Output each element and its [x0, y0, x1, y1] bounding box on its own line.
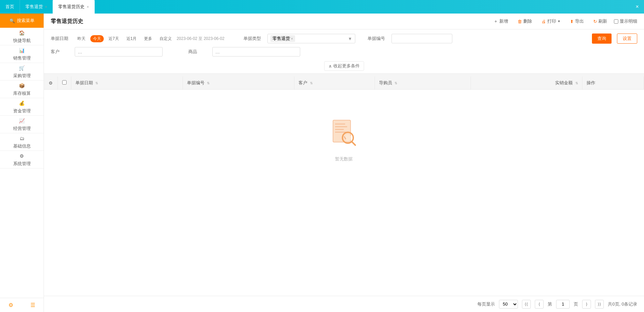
sidebar-search[interactable]: 🔍 搜索菜单 — [0, 14, 44, 28]
main-layout: 🔍 搜索菜单 🏠 快捷导航 📊 销售管理 🛒 采购管理 📦 库存核算 💰 — [0, 14, 644, 312]
data-table: ⚙ 单据日期 ⇅ 单据编号 ⇅ 客户 ⇅ — [44, 76, 644, 189]
last-page-button[interactable]: ⟩⟩ — [595, 300, 604, 309]
tab-retail-return-history[interactable]: 零售退货历史 × — [53, 0, 94, 14]
th-amount[interactable]: 实销金额 ⇅ — [471, 76, 582, 90]
sidebar-item-basic-info[interactable]: 🗂 基础信息 — [0, 133, 44, 151]
tab-retail-return-history-close[interactable]: × — [87, 5, 89, 9]
per-page-label: 每页显示 — [477, 301, 495, 307]
sidebar-item-system[interactable]: ⚙ 系统管理 — [0, 151, 44, 169]
date-range-display: 2023-06-02 至 2023-06-02 — [176, 36, 224, 42]
type-filter-input[interactable]: 零售退货 × ▼ — [267, 34, 355, 43]
number-filter-label: 单据编号 — [367, 36, 386, 42]
collapse-label: 收起更多条件 — [333, 63, 360, 69]
sidebar-item-operations[interactable]: 📈 经营管理 — [0, 116, 44, 133]
page-title: 零售退货历史 — [51, 18, 83, 25]
date-btn-1month[interactable]: 近1月 — [124, 35, 140, 42]
tab-home[interactable]: 首页 — [0, 0, 20, 14]
type-tag-value: 零售退货 — [272, 36, 290, 42]
new-button[interactable]: ＋ 新增 — [491, 17, 511, 26]
window-close-button[interactable]: × — [630, 0, 644, 14]
svg-rect-1 — [335, 124, 345, 125]
customer-filter-input[interactable] — [75, 47, 163, 57]
svg-rect-3 — [335, 129, 344, 130]
next-page-button[interactable]: ⟩ — [582, 300, 591, 309]
export-button[interactable]: ⬆ 导出 — [567, 17, 587, 26]
show-detail-checkbox-label[interactable]: 显示明细 — [614, 18, 637, 24]
sidebar-item-finance[interactable]: 💰 资金管理 — [0, 98, 44, 116]
number-filter-input[interactable] — [391, 34, 452, 43]
delete-button[interactable]: 🗑 删除 — [515, 17, 535, 26]
customer-sort-icon: ⇅ — [310, 81, 313, 85]
date-sort-icon: ⇅ — [95, 81, 98, 85]
basic-info-icon: 🗂 — [18, 135, 26, 142]
first-page-button[interactable]: ⟨⟨ — [522, 300, 531, 309]
page-label: 页 — [574, 301, 578, 307]
filter-row-2: 客户 商品 — [51, 47, 637, 57]
date-btn-yesterday[interactable]: 昨天 — [75, 35, 88, 42]
refresh-icon: ↻ — [593, 19, 597, 24]
number-sort-icon: ⇅ — [207, 81, 210, 85]
sidebar-item-quick-nav-label: 快捷导航 — [13, 38, 31, 44]
query-button[interactable]: 查询 — [592, 34, 612, 44]
collapse-up-icon: ∧ — [329, 64, 332, 69]
sidebar-item-sales[interactable]: 📊 销售管理 — [0, 45, 44, 63]
system-icon: ⚙ — [18, 152, 26, 160]
th-checkbox — [57, 76, 71, 90]
amount-sort-icon: ⇅ — [575, 81, 578, 85]
date-filter-label: 单据日期 — [51, 36, 69, 42]
page-size-select[interactable]: 20 50 100 200 — [499, 300, 518, 309]
sidebar-item-sales-label: 销售管理 — [13, 55, 31, 61]
date-btn-7days[interactable]: 近7天 — [106, 35, 122, 42]
svg-rect-2 — [335, 126, 347, 127]
sidebar-item-finance-label: 资金管理 — [13, 108, 31, 114]
print-button[interactable]: 🖨 打印 ▼ — [539, 17, 563, 26]
sales-icon: 📊 — [18, 47, 26, 54]
pagination-bar: 每页显示 20 50 100 200 ⟨⟨ ⟨ 第 1 页 ⟩ ⟩⟩ 共0页, … — [44, 296, 644, 312]
sidebar-menu-button[interactable]: ☰ — [30, 302, 35, 308]
th-action: 操作 — [582, 76, 644, 90]
export-icon: ⬆ — [570, 19, 574, 24]
th-settings[interactable]: ⚙ — [44, 76, 57, 90]
prev-page-button[interactable]: ⟨ — [535, 300, 544, 309]
tab-retail-return-close[interactable]: × — [45, 5, 47, 9]
operations-icon: 📈 — [18, 117, 26, 125]
svg-line-7 — [352, 141, 355, 145]
filter-area: 单据日期 昨天 今天 近7天 近1月 更多 自定义 2023-06-02 至 2… — [44, 29, 644, 74]
refresh-button[interactable]: ↻ 刷新 — [591, 17, 610, 26]
table-header-row: ⚙ 单据日期 ⇅ 单据编号 ⇅ 客户 ⇅ — [44, 76, 644, 90]
show-detail-checkbox[interactable] — [614, 19, 618, 24]
table-body: 暂无数据 — [44, 90, 644, 190]
th-date[interactable]: 单据日期 ⇅ — [71, 76, 183, 90]
th-guide[interactable]: 导购员 ⇅ — [375, 76, 471, 90]
select-all-checkbox[interactable] — [62, 80, 67, 85]
th-number[interactable]: 单据编号 ⇅ — [183, 76, 294, 90]
settings-button[interactable]: 设置 — [617, 34, 637, 44]
show-detail-label: 显示明细 — [620, 18, 637, 24]
date-btn-more[interactable]: 更多 — [141, 35, 155, 42]
date-btn-custom[interactable]: 自定义 — [157, 35, 174, 42]
sidebar-item-inventory[interactable]: 📦 库存核算 — [0, 81, 44, 98]
top-bar: 首页 零售退货 × 零售退货历史 × × — [0, 0, 644, 14]
customer-filter-label: 客户 — [51, 49, 69, 55]
tab-retail-return-label: 零售退货 — [25, 4, 43, 10]
sidebar-item-purchase[interactable]: 🛒 采购管理 — [0, 63, 44, 81]
sidebar-item-basic-info-label: 基础信息 — [13, 143, 31, 149]
content-area: 零售退货历史 ＋ 新增 🗑 删除 🖨 打印 ▼ ⬆ 导出 — [44, 14, 644, 312]
goods-filter-input[interactable] — [212, 47, 300, 57]
type-tag-close[interactable]: × — [291, 37, 293, 41]
page-number-input[interactable]: 1 — [556, 300, 570, 309]
empty-state-row: 暂无数据 — [44, 90, 644, 190]
date-btn-today[interactable]: 今天 — [90, 35, 104, 42]
sidebar-nav: 🏠 快捷导航 📊 销售管理 🛒 采购管理 📦 库存核算 💰 资金管理 📈 — [0, 28, 44, 298]
empty-state-cell: 暂无数据 — [44, 90, 644, 190]
tab-retail-return[interactable]: 零售退货 × — [20, 0, 53, 14]
svg-rect-4 — [335, 132, 346, 133]
table-area: ⚙ 单据日期 ⇅ 单据编号 ⇅ 客户 ⇅ — [44, 76, 644, 296]
sidebar-item-quick-nav[interactable]: 🏠 快捷导航 — [0, 28, 44, 45]
page-word: 第 — [548, 301, 552, 307]
new-label: 新增 — [499, 18, 508, 24]
th-customer[interactable]: 客户 ⇅ — [294, 76, 375, 90]
collapse-button[interactable]: ∧ 收起更多条件 — [324, 61, 364, 71]
sidebar-settings-button[interactable]: ⚙ — [8, 302, 13, 308]
guide-sort-icon: ⇅ — [395, 81, 397, 85]
